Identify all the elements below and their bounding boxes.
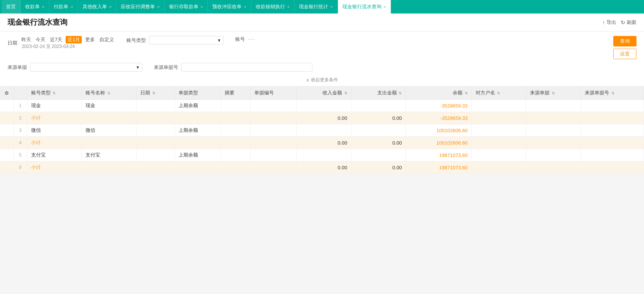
nav-tab-bank-deposit[interactable]: 银行存取款单 ×	[165, 0, 208, 13]
col-account-type[interactable]: 账号类型 ⇅	[27, 87, 82, 100]
row-summary	[221, 112, 250, 124]
nav-tab-home-label: 首页	[6, 3, 16, 10]
nav-tab-collection-exec[interactable]: 收款核销执行 ×	[251, 0, 294, 13]
col-gear[interactable]: ⚙	[0, 87, 14, 100]
date-shortcut-自定义[interactable]: 自定义	[98, 36, 115, 43]
date-shortcut-今天[interactable]: 今天	[35, 36, 47, 43]
collapse-up-icon: ∧	[306, 78, 309, 83]
filter-area: 日期 昨天今天近7天近1月更多自定义 2023-02-24 至 2023-03-…	[0, 31, 644, 87]
refresh-icon: ↻	[621, 19, 625, 25]
row-balance: 19871073.60	[406, 161, 471, 174]
nav-tab-advance-offset-close[interactable]: ×	[244, 4, 246, 9]
nav-tab-cash-bank-flow-close[interactable]: ×	[384, 4, 386, 9]
row-income: 0.00	[296, 137, 351, 149]
table-row[interactable]: 1现金现金上期余额-3528659.33	[0, 100, 644, 112]
row-expense	[351, 149, 406, 161]
query-button[interactable]: 查询	[613, 36, 636, 46]
row-income	[296, 124, 351, 137]
col-counterpart[interactable]: 对方户名 ⇅	[471, 87, 526, 100]
refresh-button[interactable]: ↻ 刷新	[621, 19, 636, 26]
nav-tab-ap-adjust-close[interactable]: ×	[157, 4, 159, 9]
nav-tab-ap-adjust[interactable]: 应收应付调整单 ×	[116, 0, 164, 13]
table-row[interactable]: 4小计0.000.00100102606.60	[0, 137, 644, 149]
nav-tab-bank-deposit-label: 银行存取款单	[169, 3, 198, 10]
account-more-dots[interactable]: ···	[248, 36, 255, 43]
nav-tab-bank-deposit-close[interactable]: ×	[201, 4, 203, 9]
page-header: 现金银行流水查询 ↑ 导出 ↻ 刷新	[0, 13, 644, 31]
source-doc-num-input[interactable]	[181, 63, 312, 72]
nav-tab-other-income-close[interactable]: ×	[109, 4, 111, 9]
sort-account-name-icon: ⇅	[107, 91, 110, 95]
nav-tab-cash-bank-stats-close[interactable]: ×	[330, 4, 333, 9]
row-counterpart	[471, 112, 526, 124]
col-expense-label: 支出金额	[377, 90, 397, 96]
account-label: 账号	[235, 36, 245, 43]
col-source-doc[interactable]: 来源单据 ⇅	[526, 87, 581, 100]
row-date	[137, 112, 175, 124]
row-doc-num	[251, 100, 297, 112]
table-row[interactable]: 3微信微信上期余额100102606.60	[0, 124, 644, 137]
export-icon: ↑	[602, 19, 605, 25]
row-index: 3	[14, 124, 27, 137]
nav-tab-cash-bank-stats[interactable]: 现金银行统计 ×	[294, 0, 338, 13]
nav-tab-collection-exec-close[interactable]: ×	[287, 4, 290, 9]
nav-tab-payments[interactable]: 付款单 ×	[49, 0, 78, 13]
row-doc-type	[175, 112, 221, 124]
collapse-label: 收起更多条件	[311, 77, 338, 83]
col-expense[interactable]: 支出金额 ⇅	[351, 87, 406, 100]
row-doc-type: 上期余额	[175, 100, 221, 112]
row-index: 4	[14, 137, 27, 149]
nav-tab-advance-offset[interactable]: 预收冲应收单 ×	[208, 0, 251, 13]
row-source-doc-num	[581, 112, 644, 124]
source-doc-filter-group: 来源单据 ▾	[8, 63, 143, 72]
nav-tab-other-income[interactable]: 其他收入单 ×	[78, 0, 116, 13]
settings-button[interactable]: 设置	[613, 49, 636, 59]
date-shortcut-近1月[interactable]: 近1月	[66, 36, 82, 43]
row-income	[296, 149, 351, 161]
row-expense: 0.00	[351, 112, 406, 124]
account-type-select[interactable]: ▾	[149, 36, 224, 45]
source-doc-num-filter-group: 来源单据号	[154, 63, 312, 72]
row-gear	[0, 137, 14, 149]
row-gear	[0, 112, 14, 124]
col-account-type-label: 账号类型	[31, 90, 51, 96]
table-row[interactable]: 2小计0.000.00-3528659.33	[0, 112, 644, 124]
export-button[interactable]: ↑ 导出	[602, 19, 616, 26]
row-index: 5	[14, 149, 27, 161]
sort-source-doc-num-icon: ⇅	[611, 91, 614, 95]
table-row[interactable]: 6小计0.000.0019871073.60	[0, 161, 644, 174]
row-account-name: 支付宝	[82, 149, 137, 161]
nav-tab-payments-close[interactable]: ×	[71, 4, 73, 9]
collapse-bar[interactable]: ∧ 收起更多条件	[8, 75, 636, 86]
col-balance[interactable]: 余额 ⇅	[406, 87, 471, 100]
row-counterpart	[471, 137, 526, 149]
row-summary	[221, 124, 250, 137]
chevron-down-icon: ▾	[218, 37, 221, 43]
date-range-text: 2023-02-24 至 2023-03-24	[22, 43, 115, 50]
date-shortcut-近7天[interactable]: 近7天	[49, 36, 63, 43]
nav-tab-cash-bank-flow[interactable]: 现金银行流水查询 ×	[338, 0, 391, 13]
nav-tab-receipts[interactable]: 收款单 ×	[21, 0, 49, 13]
col-source-doc-num[interactable]: 来源单据号 ⇅	[581, 87, 644, 100]
table-row[interactable]: 5支付宝支付宝上期余额19871073.60	[0, 149, 644, 161]
col-income-label: 收入金额	[323, 90, 342, 96]
col-doc-num-label: 单据编号	[254, 90, 274, 96]
col-idx	[14, 87, 27, 100]
row-date	[137, 137, 175, 149]
top-nav: 首页 收款单 × 付款单 × 其他收入单 × 应收应付调整单 × 银行存取款单 …	[0, 0, 644, 13]
row-counterpart	[471, 124, 526, 137]
row-balance: 100102606.60	[406, 124, 471, 137]
row-account-type: 微信	[27, 124, 82, 137]
row-source-doc	[526, 161, 581, 174]
date-shortcut-更多[interactable]: 更多	[84, 36, 96, 43]
source-doc-chevron-icon: ▾	[137, 64, 139, 70]
nav-tab-home[interactable]: 首页	[2, 0, 21, 13]
col-date[interactable]: 日期 ⇅	[137, 87, 175, 100]
date-shortcut-昨天[interactable]: 昨天	[20, 36, 32, 43]
account-filter-group: 账号 ···	[235, 36, 255, 43]
nav-tab-receipts-close[interactable]: ×	[42, 4, 44, 9]
source-doc-select[interactable]: ▾	[30, 63, 143, 72]
col-account-name[interactable]: 账号名称 ⇅	[82, 87, 137, 100]
col-income[interactable]: 收入金额 ⇅	[296, 87, 351, 100]
row-summary	[221, 100, 250, 112]
